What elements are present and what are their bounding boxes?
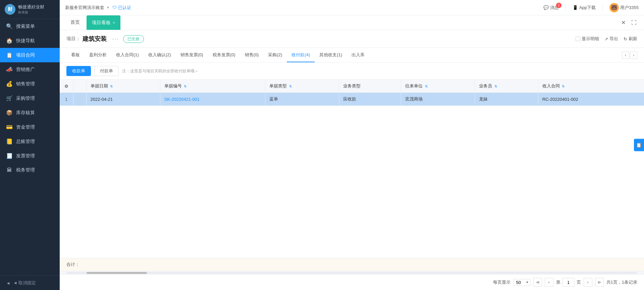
sidebar-item-10[interactable]: 🏛 税务管理 bbox=[0, 163, 60, 177]
app-download-label: App下载 bbox=[579, 5, 596, 11]
pagination: 每页显示 50 100 200 ⊲ ‹ 第 页 › ⊳ 共1页，1条记录 bbox=[60, 274, 644, 290]
account-chevron-icon: ▼ bbox=[106, 6, 110, 9]
sidebar-label-10: 税务管理 bbox=[16, 167, 35, 173]
sidebar-item-1[interactable]: 🏠 快捷导航 bbox=[0, 33, 60, 48]
sidebar-item-5[interactable]: 🛒 采购管理 bbox=[0, 91, 60, 105]
cell-code[interactable]: SK-20220421-001 bbox=[160, 93, 265, 106]
sub-tab-btn-1[interactable]: 付款单 bbox=[94, 66, 119, 76]
tab-bar-actions: ✕ ⛶ bbox=[619, 18, 639, 27]
per-page-label: 每页显示 bbox=[493, 279, 511, 285]
th-salesperson[interactable]: 业务员 ⇅ bbox=[475, 80, 538, 93]
page-suffix: 页 bbox=[577, 279, 581, 285]
tab-project-kanban[interactable]: 项目看板 × bbox=[87, 15, 120, 30]
sidebar-item-9[interactable]: 🧾 发票管理 bbox=[0, 149, 60, 163]
row-checkbox-cell[interactable] bbox=[73, 93, 86, 106]
prev-page-button[interactable]: ‹ bbox=[545, 278, 553, 287]
unpin-label: ◄ 取消固定 bbox=[13, 280, 36, 286]
sidebar-icon-1: 🏠 bbox=[6, 38, 13, 44]
per-page-select[interactable]: 50 100 200 bbox=[513, 279, 531, 286]
sidebar-label-8: 总账管理 bbox=[16, 139, 35, 145]
sidebar-item-2[interactable]: 📋 项目合同 bbox=[0, 48, 60, 62]
export-button[interactable]: ↗ 导出 bbox=[604, 36, 618, 42]
sidebar-icon-5: 🛒 bbox=[6, 95, 13, 101]
user-action[interactable]: 🐻 用户3355 bbox=[609, 3, 639, 12]
table-area[interactable]: ⚙ 单据日期 ⇅ 单据编号 ⇅ 单据类型 ⇅ bbox=[60, 80, 644, 258]
sub-nav-item-2[interactable]: 收入合同(1) bbox=[111, 48, 144, 62]
sub-nav-item-0[interactable]: 看板 bbox=[66, 48, 85, 62]
sub-nav-item-3[interactable]: 收入确认(2) bbox=[144, 48, 176, 62]
close-window-button[interactable]: ✕ bbox=[619, 18, 628, 27]
tab-close-icon[interactable]: × bbox=[113, 20, 115, 25]
sub-nav-item-5[interactable]: 税务发票(0) bbox=[208, 48, 240, 62]
th-contract[interactable]: 收入合同 ⇅ bbox=[538, 80, 644, 93]
sidebar-item-0[interactable]: 🔍 搜索菜单 bbox=[0, 19, 60, 33]
row-checkbox[interactable] bbox=[77, 96, 82, 101]
next-page-button[interactable]: › bbox=[584, 278, 592, 287]
sidebar-item-6[interactable]: 📦 库存核算 bbox=[0, 105, 60, 120]
message-icon: 💬 bbox=[543, 5, 549, 10]
user-label: 用户3355 bbox=[620, 5, 639, 11]
sidebar-item-4[interactable]: 💰 销售管理 bbox=[0, 77, 60, 91]
sidebar-label-7: 资金管理 bbox=[16, 124, 35, 130]
sidebar-footer[interactable]: ◄ ◄ 取消固定 bbox=[0, 276, 60, 290]
sub-nav-item-6[interactable]: 销售(0) bbox=[240, 48, 264, 62]
refresh-button[interactable]: ↻ 刷新 bbox=[624, 36, 637, 42]
sidebar-label-2: 项目合同 bbox=[16, 52, 35, 58]
scrollbar-thumb[interactable] bbox=[87, 272, 147, 274]
last-page-button[interactable]: ⊳ bbox=[595, 278, 604, 287]
th-settings[interactable]: ⚙ bbox=[60, 80, 73, 93]
sub-nav-item-9[interactable]: 其他收支(1) bbox=[315, 48, 347, 62]
th-type[interactable]: 单据类型 ⇅ bbox=[265, 80, 339, 93]
sub-nav-item-4[interactable]: 销售发票(0) bbox=[176, 48, 208, 62]
code-link[interactable]: SK-20220421-001 bbox=[164, 97, 200, 102]
th-partner[interactable]: 往来单位 ⇅ bbox=[401, 80, 475, 93]
cell-biz-type: 应收款 bbox=[339, 93, 401, 106]
cell-partner: 宏茂商场 bbox=[401, 93, 475, 106]
float-right-button[interactable]: 📋 bbox=[634, 139, 644, 151]
certified-label: 已认证 bbox=[118, 5, 131, 11]
sub-nav-arrows: ‹ › bbox=[622, 52, 637, 59]
first-page-button[interactable]: ⊲ bbox=[533, 278, 542, 287]
app-download-action[interactable]: 📱 App下载 bbox=[573, 5, 596, 11]
tab-home[interactable]: 首页 bbox=[65, 15, 85, 30]
sub-nav-item-10[interactable]: 出入库 bbox=[347, 48, 369, 62]
sub-tab-btn-0[interactable]: 收款单 bbox=[66, 66, 91, 76]
show-detail-toggle[interactable]: 显示明细 bbox=[576, 36, 599, 42]
sub-nav-item-1[interactable]: 盈利分析 bbox=[85, 48, 111, 62]
page-title: 建筑安装 bbox=[83, 35, 107, 43]
sub-nav-item-8[interactable]: 收付款(4) bbox=[287, 48, 315, 62]
sidebar-label-3: 营销推广 bbox=[16, 67, 35, 73]
table-footer: 合计： bbox=[60, 258, 644, 271]
sidebar-item-8[interactable]: 📒 总账管理 bbox=[0, 134, 60, 149]
sort-partner-icon: ⇅ bbox=[425, 84, 428, 88]
sidebar-icon-8: 📒 bbox=[6, 138, 13, 145]
export-icon: ↗ bbox=[604, 37, 608, 42]
sort-code-icon: ⇅ bbox=[184, 84, 186, 88]
page-num-input[interactable] bbox=[562, 278, 575, 287]
sub-nav-next-arrow[interactable]: › bbox=[630, 52, 637, 59]
message-badge: 1 bbox=[556, 3, 561, 8]
scrollbar-row bbox=[60, 271, 644, 274]
show-detail-checkbox[interactable] bbox=[576, 37, 580, 41]
fullscreen-button[interactable]: ⛶ bbox=[629, 18, 639, 27]
sidebar-item-3[interactable]: 📣 营销推广 bbox=[0, 62, 60, 77]
cell-salesperson: 龙妹 bbox=[475, 93, 538, 106]
table-row[interactable]: 1 2022-04-21 SK-20220421-001 蓝单 应收款 宏茂商场… bbox=[60, 93, 644, 106]
account-name: 新服务官网演示账套 bbox=[65, 5, 104, 11]
more-options-button[interactable]: ··· bbox=[112, 35, 119, 43]
scrollbar-track[interactable] bbox=[66, 272, 637, 274]
sub-nav: 看板盈利分析收入合同(1)收入确认(2)销售发票(0)税务发票(0)销售(0)采… bbox=[60, 48, 644, 63]
account-selector[interactable]: 新服务官网演示账套 ▼ bbox=[65, 5, 110, 11]
message-action[interactable]: 💬 消息 1 bbox=[543, 5, 559, 11]
cell-date: 2022-04-21 bbox=[86, 93, 160, 106]
sidebar-item-7[interactable]: 💳 资金管理 bbox=[0, 120, 60, 134]
sidebar-icon-10: 🏛 bbox=[6, 167, 13, 173]
sort-contract-icon: ⇅ bbox=[562, 84, 565, 88]
data-table: ⚙ 单据日期 ⇅ 单据编号 ⇅ 单据类型 ⇅ bbox=[60, 80, 644, 106]
th-date[interactable]: 单据日期 ⇅ bbox=[86, 80, 160, 93]
th-code[interactable]: 单据编号 ⇅ bbox=[160, 80, 265, 93]
sub-nav-prev-arrow[interactable]: ‹ bbox=[622, 52, 629, 59]
sidebar-icon-3: 📣 bbox=[6, 66, 13, 73]
sub-nav-item-7[interactable]: 采购(2) bbox=[263, 48, 287, 62]
topbar-left: 新服务官网演示账套 ▼ 🛡 已认证 bbox=[65, 5, 131, 11]
